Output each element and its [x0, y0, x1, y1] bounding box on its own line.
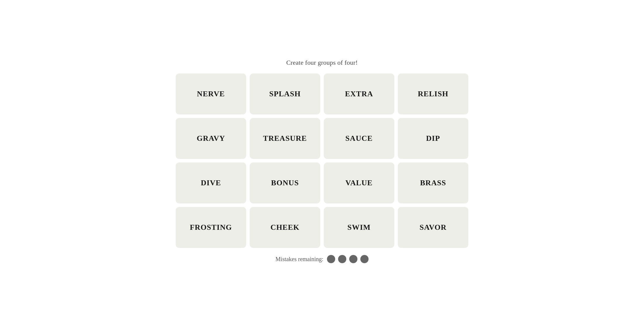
tile-label-value: VALUE	[345, 179, 373, 187]
tile-label-cheek: CHEEK	[270, 223, 299, 232]
tile-dive[interactable]: DIVE	[176, 162, 246, 203]
tile-grid: NERVESPLASHEXTRARELISHGRAVYTREASURESAUCE…	[176, 73, 468, 248]
tile-label-bonus: BONUS	[271, 179, 299, 187]
tile-label-savor: SAVOR	[419, 223, 446, 232]
tile-label-treasure: TREASURE	[263, 134, 307, 143]
mistake-dot-2	[338, 255, 346, 263]
tile-gravy[interactable]: GRAVY	[176, 118, 246, 159]
tile-label-frosting: FROSTING	[190, 223, 232, 232]
mistakes-label: Mistakes remaining:	[275, 256, 323, 263]
tile-brass[interactable]: BRASS	[398, 162, 468, 203]
mistake-dot-1	[327, 255, 335, 263]
subtitle: Create four groups of four!	[286, 59, 358, 66]
mistakes-dots	[327, 255, 369, 263]
tile-value[interactable]: VALUE	[324, 162, 394, 203]
tile-extra[interactable]: EXTRA	[324, 73, 394, 114]
game-container: Create four groups of four! NERVESPLASHE…	[176, 59, 468, 263]
tile-swim[interactable]: SWIM	[324, 207, 394, 248]
tile-label-splash: SPLASH	[269, 90, 301, 98]
tile-savor[interactable]: SAVOR	[398, 207, 468, 248]
mistakes-row: Mistakes remaining:	[275, 255, 369, 263]
tile-dip[interactable]: DIP	[398, 118, 468, 159]
tile-label-brass: BRASS	[420, 179, 446, 187]
tile-label-relish: RELISH	[418, 90, 448, 98]
tile-frosting[interactable]: FROSTING	[176, 207, 246, 248]
tile-splash[interactable]: SPLASH	[250, 73, 320, 114]
tile-label-sauce: SAUCE	[345, 134, 373, 143]
tile-cheek[interactable]: CHEEK	[250, 207, 320, 248]
tile-nerve[interactable]: NERVE	[176, 73, 246, 114]
tile-sauce[interactable]: SAUCE	[324, 118, 394, 159]
tile-label-swim: SWIM	[347, 223, 371, 232]
tile-label-nerve: NERVE	[197, 90, 225, 98]
tile-label-dip: DIP	[426, 134, 440, 143]
tile-label-gravy: GRAVY	[197, 134, 225, 143]
mistake-dot-3	[349, 255, 357, 263]
tile-treasure[interactable]: TREASURE	[250, 118, 320, 159]
mistake-dot-4	[360, 255, 369, 263]
tile-label-extra: EXTRA	[345, 90, 373, 98]
tile-label-dive: DIVE	[201, 179, 221, 187]
tile-relish[interactable]: RELISH	[398, 73, 468, 114]
tile-bonus[interactable]: BONUS	[250, 162, 320, 203]
